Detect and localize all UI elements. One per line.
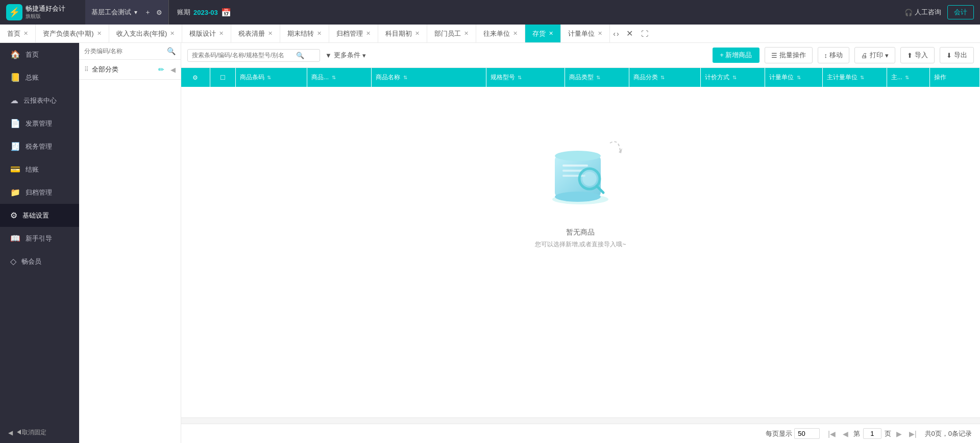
svg-point-8 (582, 172, 597, 186)
pin-toggle[interactable]: ◀ ◀取消固定 (0, 422, 79, 443)
search-icon[interactable]: 🔍 (296, 52, 304, 59)
close-tab-icon[interactable]: ✕ (268, 30, 273, 37)
sidebar-item-invoice[interactable]: 📄 发票管理 (0, 112, 79, 135)
tab-prev-icon[interactable]: ‹ (613, 30, 616, 38)
first-page-btn[interactable]: |◀ (826, 429, 838, 439)
nav-tab-tax[interactable]: 税表清册 ✕ (231, 25, 280, 42)
th-name[interactable]: 商品名称 ⇅ (372, 68, 486, 87)
th-unit[interactable]: 计量单位 ⇅ (765, 68, 822, 87)
page-label: 第 (853, 429, 860, 438)
th-main-unit[interactable]: 主计量单位 ⇅ (822, 68, 887, 87)
th-settings[interactable]: ⚙ (181, 68, 210, 87)
add-product-button[interactable]: + 新增商品 (713, 48, 759, 63)
nav-tab-subject[interactable]: 科目期初 ✕ (378, 25, 427, 42)
th-type[interactable]: 商品类型 ⇅ (565, 68, 629, 87)
headset-icon: 🎧 (904, 9, 913, 16)
sidebar-item-ledger[interactable]: 📒 总账 (0, 66, 79, 89)
add-tab-icon[interactable]: ＋ (144, 8, 151, 17)
print-button[interactable]: 🖨 打印 ▾ (854, 47, 895, 63)
page-of-label: 页 (885, 429, 891, 438)
nav-tab-home[interactable]: 首页 ✕ (0, 25, 36, 42)
sidebar-item-archive[interactable]: 📁 归档管理 (0, 181, 79, 204)
category-search-input[interactable] (84, 48, 167, 55)
horizontal-scrollbar[interactable] (181, 417, 980, 424)
close-tab-icon[interactable]: ✕ (598, 30, 602, 37)
batch-icon: ☰ (771, 52, 777, 59)
page-nav: |◀ ◀ 第 页 ▶ ▶| (826, 428, 918, 439)
empty-desc: 您可以选择新增,或者直接导入哦~ (535, 240, 626, 249)
nav-tab-archive[interactable]: 归档管理 ✕ (329, 25, 378, 42)
expand-icon[interactable]: ⛶ (637, 30, 652, 38)
search-bar: 🔍 (187, 49, 320, 62)
tab-next-icon[interactable]: › (617, 30, 619, 38)
account-button[interactable]: 会计 (947, 5, 974, 19)
nav-tab-template[interactable]: 模版设计 ✕ (182, 25, 231, 42)
table-footer: 每页显示 10 20 50 100 |◀ ◀ 第 页 (181, 424, 980, 443)
per-page-dropdown[interactable]: 10 20 50 100 (794, 428, 820, 439)
nav-tab-department[interactable]: 部门员工 ✕ (427, 25, 476, 42)
right-panel: 🔍 ▼ 更多条件 ▾ + 新增商品 ☰ 批量操作 (181, 43, 980, 443)
close-tab-icon[interactable]: ✕ (415, 30, 420, 37)
empty-title: 暂无商品 (566, 228, 595, 237)
nav-tab-inventory[interactable]: 存货 ✕ (525, 25, 561, 42)
th-checkbox[interactable]: ☐ (210, 68, 235, 87)
nav-tab-balance[interactable]: 资产负债表(中期) ✕ (36, 25, 109, 42)
consult-button[interactable]: 🎧 人工咨询 (904, 8, 941, 17)
th-col3[interactable]: 主... ⇅ (887, 68, 929, 87)
guide-icon: 📖 (10, 234, 20, 243)
page-number-input[interactable] (863, 428, 881, 439)
close-tab-icon[interactable]: ✕ (170, 30, 175, 37)
th-spec[interactable]: 规格型号 ⇅ (486, 68, 565, 87)
move-button[interactable]: ↕ 移动 (818, 47, 850, 63)
nav-tab-contact[interactable]: 往来单位 ✕ (476, 25, 525, 42)
company-tab[interactable]: 基层工会测试 ▾ ＋ ⚙ (85, 0, 169, 25)
close-tab-icon[interactable]: ✕ (97, 30, 102, 37)
calendar-icon[interactable]: 📅 (221, 8, 231, 17)
inner-content: 🔍 ⠿ 全部分类 ✏ ◀ 🔍 ▼ (79, 43, 980, 443)
sidebar-item-label: 结账 (26, 165, 39, 174)
export-button[interactable]: ⬇ 导出 (940, 47, 974, 63)
close-tab-icon[interactable]: ✕ (464, 30, 469, 37)
last-page-btn[interactable]: ▶| (907, 429, 919, 439)
th-barcode[interactable]: 商品条码 ⇅ (236, 68, 307, 87)
svg-marker-10 (619, 148, 622, 153)
sidebar-item-guide[interactable]: 📖 新手引导 (0, 227, 79, 250)
close-tab-icon[interactable]: ✕ (513, 30, 518, 37)
import-button[interactable]: ⬆ 导入 (900, 47, 935, 63)
sidebar-item-cloud[interactable]: ☁ 云报表中心 (0, 89, 79, 112)
close-tab-icon[interactable]: ✕ (317, 30, 322, 37)
sort-icon: ⇅ (596, 75, 600, 80)
close-tab-icon[interactable]: ✕ (549, 30, 553, 37)
close-all-tabs-icon[interactable]: ✕ (622, 29, 637, 38)
more-filter-btn[interactable]: ▼ 更多条件 ▾ (325, 51, 366, 60)
print-dropdown-icon: ▾ (885, 52, 889, 59)
sort-icon: ⇅ (403, 75, 407, 80)
nav-tab-period-end[interactable]: 期末结转 ✕ (280, 25, 329, 42)
prev-page-btn[interactable]: ◀ (841, 429, 850, 439)
collapse-icon[interactable]: ◀ (170, 66, 176, 74)
th-price-method[interactable]: 计价方式 ⇅ (701, 68, 765, 87)
sidebar-item-label: 基础设置 (22, 211, 49, 220)
sidebar-item-vip[interactable]: ◇ 畅会员 (0, 250, 79, 273)
batch-ops-button[interactable]: ☰ 批量操作 (765, 47, 813, 63)
pin-label: ◀取消固定 (16, 428, 46, 437)
th-category[interactable]: 商品分类 ⇅ (629, 68, 701, 87)
close-tab-icon[interactable]: ✕ (23, 30, 28, 37)
search-input[interactable] (192, 52, 294, 59)
nav-tab-unit[interactable]: 计量单位 ✕ (561, 25, 610, 42)
next-page-btn[interactable]: ▶ (894, 429, 904, 439)
sidebar-item-tax[interactable]: 🧾 税务管理 (0, 135, 79, 158)
sidebar-item-home[interactable]: 🏠 首页 (0, 43, 79, 66)
sidebar-item-label: 畅会员 (21, 257, 41, 266)
close-tab-icon[interactable]: ✕ (366, 30, 371, 37)
sidebar-item-settings[interactable]: ⚙ 基础设置 (0, 204, 79, 227)
product-table: ⚙ ☐ 商品条码 ⇅ 商品... ⇅ (181, 68, 980, 417)
nav-tab-income[interactable]: 收入支出表(年报) ✕ (109, 25, 183, 42)
search-icon[interactable]: 🔍 (167, 47, 176, 55)
sidebar-item-settle[interactable]: 💳 结账 (0, 158, 79, 181)
settings-icon[interactable]: ⚙ (156, 9, 162, 16)
close-tab-icon[interactable]: ✕ (219, 30, 224, 37)
th-code[interactable]: 商品... ⇅ (307, 68, 372, 87)
edit-icon[interactable]: ✏ (158, 65, 164, 74)
filter-icon: ▼ (325, 52, 332, 59)
